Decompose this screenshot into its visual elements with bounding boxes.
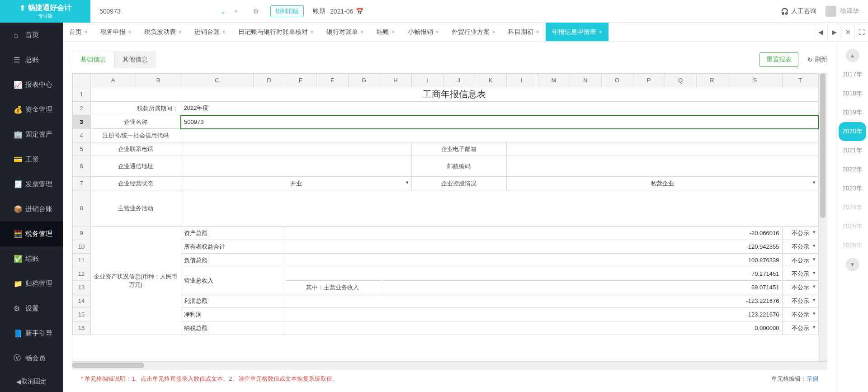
tab[interactable]: 税务申报× xyxy=(94,23,138,41)
spreadsheet-grid[interactable]: ABCDEFGHIJKLMNOPQRST 1工商年报信息表 2税款所属期间：20… xyxy=(72,73,828,361)
year-option[interactable]: 2021年 xyxy=(839,141,866,160)
column-header[interactable]: P xyxy=(633,74,665,87)
tab[interactable]: 小畅报销× xyxy=(401,23,445,41)
period-value-cell[interactable]: 2022年度 xyxy=(181,102,818,115)
sidebar-item[interactable]: 💰资金管理 xyxy=(0,97,63,122)
year-option[interactable]: 2026年 xyxy=(839,236,866,255)
column-header[interactable]: D xyxy=(253,74,285,87)
refresh-button[interactable]: ↻刷新 xyxy=(807,56,827,64)
asset-row-value[interactable]: 0.000000 xyxy=(285,321,782,335)
year-option[interactable]: 2025年 xyxy=(839,217,866,236)
example-link[interactable]: 示例 xyxy=(807,375,818,382)
activity-value-cell[interactable] xyxy=(181,190,818,227)
company-value-cell[interactable]: 500973 xyxy=(181,115,818,129)
sidebar-item[interactable]: 📦进销台账 xyxy=(0,197,63,222)
asset-row-value[interactable]: -120.942355 xyxy=(285,240,782,254)
phone-value-cell[interactable] xyxy=(181,142,411,156)
horizontal-scrollbar[interactable] xyxy=(72,361,828,369)
reset-report-button[interactable]: 重置报表 xyxy=(760,52,798,67)
disclosure-dropdown[interactable]: 不公示 xyxy=(782,267,818,281)
email-value-cell[interactable] xyxy=(506,142,818,156)
column-header[interactable]: L xyxy=(506,74,538,87)
unpin-button[interactable]: ◀ 取消固定 xyxy=(0,371,63,392)
column-header[interactable]: C xyxy=(181,74,253,87)
support-link[interactable]: 🎧人工咨询 xyxy=(781,7,816,15)
column-header[interactable]: K xyxy=(475,74,506,87)
zip-value-cell[interactable] xyxy=(506,156,818,177)
status-dropdown[interactable]: 开业 xyxy=(181,177,411,190)
calendar-icon[interactable]: 📅 xyxy=(356,8,363,15)
asset-row-value[interactable]: -20.066016 xyxy=(285,227,782,240)
column-header[interactable]: A xyxy=(90,74,136,87)
tab-close-icon[interactable]: × xyxy=(492,29,495,35)
column-header[interactable]: R xyxy=(696,74,728,87)
tab-close-icon[interactable]: × xyxy=(361,29,364,35)
sidebar-item[interactable]: 📁归档管理 xyxy=(0,271,63,296)
sidebar-item[interactable]: ⚙设置 xyxy=(0,296,63,321)
column-header[interactable]: T xyxy=(782,74,818,87)
year-option[interactable]: 2017年 xyxy=(839,65,866,84)
disclosure-dropdown[interactable]: 不公示 xyxy=(782,254,818,267)
asset-row-value[interactable]: 100.876339 xyxy=(285,254,782,267)
tab[interactable]: 进销台账× xyxy=(188,23,232,41)
sidebar-item[interactable]: 🏢固定资产 xyxy=(0,122,63,147)
column-header[interactable]: O xyxy=(601,74,633,87)
tab[interactable]: 银行对账单× xyxy=(320,23,370,41)
column-header[interactable]: J xyxy=(443,74,475,87)
sidebar-item[interactable]: ✅结账 xyxy=(0,246,63,271)
column-header[interactable]: N xyxy=(570,74,601,87)
disclosure-dropdown[interactable]: 不公示 xyxy=(782,294,818,308)
user-menu[interactable]: 徐泽华 xyxy=(826,6,859,17)
addr-value-cell[interactable] xyxy=(181,156,411,177)
holding-dropdown[interactable]: 私营企业 xyxy=(506,177,818,190)
column-header[interactable]: E xyxy=(285,74,316,87)
tab-other-info[interactable]: 其他信息 xyxy=(114,51,156,68)
tab-close-icon[interactable]: × xyxy=(85,29,88,35)
tab-close-icon[interactable]: × xyxy=(436,29,439,35)
tab-close-icon[interactable]: × xyxy=(179,29,182,35)
tabs-close[interactable]: ✕ xyxy=(841,23,854,41)
year-option[interactable]: 2023年 xyxy=(839,179,866,198)
disclosure-dropdown[interactable]: 不公示 xyxy=(782,240,818,254)
tabs-prev[interactable]: ◀ xyxy=(814,23,827,41)
column-header[interactable]: F xyxy=(316,74,348,87)
sidebar-item[interactable]: 🧮税务管理 xyxy=(0,222,63,246)
tab-close-icon[interactable]: × xyxy=(128,29,132,35)
asset-row-value[interactable]: 69.071451 xyxy=(380,281,782,294)
column-header[interactable]: S xyxy=(728,74,782,87)
disclosure-dropdown[interactable]: 不公示 xyxy=(782,321,818,335)
tab-close-icon[interactable]: × xyxy=(599,29,602,35)
sidebar-item[interactable]: 📘新手引导 xyxy=(0,321,63,346)
column-header[interactable]: B xyxy=(136,74,181,87)
plus-icon[interactable]: ＋ xyxy=(231,7,241,15)
column-header[interactable]: H xyxy=(380,74,411,87)
tab-close-icon[interactable]: × xyxy=(222,29,226,35)
disclosure-dropdown[interactable]: 不公示 xyxy=(782,227,818,240)
sidebar-item[interactable]: 📈报表中心 xyxy=(0,72,63,97)
column-header[interactable]: G xyxy=(348,74,380,87)
column-header[interactable]: Q xyxy=(665,74,696,87)
tab-close-icon[interactable]: × xyxy=(536,29,539,35)
column-header[interactable]: M xyxy=(538,74,570,87)
sidebar-item[interactable]: ☰总账 xyxy=(0,47,63,72)
column-header[interactable]: I xyxy=(411,74,443,87)
year-option[interactable]: 2022年 xyxy=(839,160,866,179)
vertical-scrollbar[interactable] xyxy=(819,73,827,361)
gear-icon[interactable]: ⚙ xyxy=(250,8,261,15)
reg-value-cell[interactable] xyxy=(181,129,818,142)
tab-close-icon[interactable]: × xyxy=(311,29,314,35)
sidebar-item[interactable]: 💳工资 xyxy=(0,147,63,172)
year-option[interactable]: 2020年 xyxy=(839,122,866,141)
tab[interactable]: 结账× xyxy=(370,23,401,41)
period-value[interactable]: 2021-06 xyxy=(330,8,353,15)
sidebar-item[interactable]: 🧾发票管理 xyxy=(0,172,63,197)
company-selector[interactable]: 500973 ⌄ xyxy=(99,8,226,15)
tab[interactable]: 年报信息申报表× xyxy=(546,23,609,41)
disclosure-dropdown[interactable]: 不公示 xyxy=(782,308,818,321)
year-option[interactable]: 2018年 xyxy=(839,84,866,103)
asset-row-value[interactable]: 70.271451 xyxy=(285,267,782,281)
tab[interactable]: 首页× xyxy=(63,23,94,41)
tab[interactable]: 外贸行业方案× xyxy=(445,23,502,41)
asset-row-value[interactable]: -123.221676 xyxy=(285,294,782,308)
year-down-button[interactable]: ▼ xyxy=(846,258,859,271)
